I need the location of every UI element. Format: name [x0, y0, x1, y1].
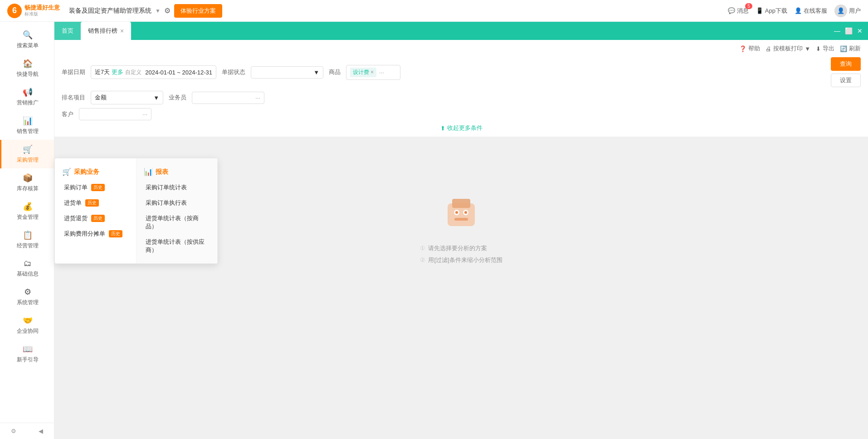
- rank-select[interactable]: 金额 ▼: [91, 91, 163, 104]
- inventory-icon: 📦: [23, 173, 33, 183]
- print-btn[interactable]: 🖨 按模板打印 ▼: [766, 44, 810, 53]
- refresh-btn[interactable]: 🔄 刷新: [840, 44, 861, 53]
- logo-icon: 6: [7, 4, 22, 18]
- dropdown-item-label-2: 进货退货: [64, 214, 88, 222]
- dropdown-item-report-0[interactable]: 采购订单统计表: [137, 180, 218, 195]
- sidebar-item-inventory[interactable]: 📦 库存核算: [0, 168, 54, 197]
- filter-bar: ❓ 帮助 🖨 按模板打印 ▼ ⬇ 导出 🔄 刷新: [54, 40, 868, 137]
- export-label: 导出: [823, 44, 834, 53]
- dropdown-item-label-0: 采购订单: [64, 183, 88, 192]
- goods-tag: 设计费 ×: [350, 68, 376, 77]
- home-icon: 🏠: [23, 59, 33, 69]
- date-range-value: 2024-01-01 ~ 2024-12-31: [145, 69, 212, 76]
- dropdown-item-incoming[interactable]: 进货单 历史: [55, 195, 136, 211]
- set-btn[interactable]: 设置: [831, 74, 861, 87]
- salesman-input[interactable]: ···: [192, 92, 264, 104]
- query-btn[interactable]: 查询: [831, 57, 861, 71]
- top-header: 6 畅捷通好生意 标准版 装备及固定资产辅助管理系统 ▼ ⚙ 体验行业方案 💬 …: [0, 0, 868, 22]
- sidebar-item-system[interactable]: ⚙ 系统管理: [0, 282, 54, 311]
- sidebar-item-purchase[interactable]: 🛒 采购管理: [0, 140, 54, 168]
- sidebar-item-sales[interactable]: 📊 销售管理: [0, 111, 54, 140]
- basic-icon: 🗂: [24, 259, 32, 268]
- date-more[interactable]: 更多: [112, 68, 123, 76]
- finance-icon: 💰: [23, 202, 33, 212]
- sidebar-bottom: ⚙ ◀: [0, 423, 54, 439]
- dropdown-report-label-1: 采购订单执行表: [146, 199, 187, 207]
- sidebar-item-operations[interactable]: 📋 经营管理: [0, 226, 54, 254]
- logo-area: 6 畅捷通好生意 标准版: [7, 4, 62, 18]
- goods-label: 商品: [329, 68, 341, 76]
- tab-home[interactable]: 首页: [54, 22, 81, 40]
- dropdown-item-expense[interactable]: 采购费用分摊单 历史: [55, 226, 136, 242]
- dropdown-col-right-header: 📊 报表: [137, 164, 218, 180]
- message-btn[interactable]: 💬 消息 5: [728, 7, 749, 15]
- tab-sales-rank[interactable]: 销售排行榜 ×: [81, 22, 131, 40]
- system-icon: ⚙: [24, 287, 31, 297]
- customer-more-icon[interactable]: ···: [142, 111, 147, 118]
- sidebar-item-basic[interactable]: 🗂 基础信息: [0, 254, 54, 282]
- dropdown-col-right: 📊 报表 采购订单统计表 采购订单执行表 进货单统计表（按商品）: [136, 158, 218, 263]
- marketing-icon: 📢: [23, 87, 33, 97]
- filter-row-3: 客户 ···: [62, 108, 861, 120]
- operations-icon: 📋: [23, 230, 33, 240]
- sidebar-item-collab[interactable]: 🤝 企业协同: [0, 311, 54, 340]
- doc-status-label: 单据状态: [222, 68, 245, 76]
- collapse-btn[interactable]: ⬆ 收起更多条件: [440, 124, 483, 132]
- sidebar-collapse-icon[interactable]: ◀: [39, 428, 43, 434]
- export-btn[interactable]: ⬇ 导出: [816, 44, 834, 53]
- salesman-more-icon[interactable]: ···: [255, 94, 260, 101]
- export-icon: ⬇: [816, 45, 821, 52]
- doc-status-select[interactable]: ▼: [251, 66, 323, 79]
- search-icon: 🔍: [23, 30, 33, 40]
- tab-sales-rank-label: 销售排行榜: [88, 27, 117, 35]
- customer-input[interactable]: ···: [79, 108, 151, 120]
- rank-label: 排名项目: [62, 94, 85, 102]
- customer-label: 客户: [62, 110, 73, 118]
- tab-close-all-icon[interactable]: ✕: [857, 27, 863, 35]
- refresh-label: 刷新: [849, 44, 861, 53]
- dropdown-item-report-2[interactable]: 进货单统计表（按商品）: [137, 211, 218, 234]
- rank-arrow: ▼: [153, 94, 159, 101]
- service-btn[interactable]: 👤 在线客服: [795, 7, 827, 15]
- layout: 🔍 搜索菜单 🏠 快捷导航 📢 营销推广 📊 销售管理 🛒 采购管理: [0, 22, 868, 439]
- tab-maximize-icon[interactable]: ⬜: [845, 27, 853, 35]
- service-label: 在线客服: [804, 7, 827, 15]
- svg-point-4: [455, 211, 458, 214]
- sidebar-item-guide[interactable]: 📖 新手引导: [0, 340, 54, 368]
- dropdown-menu: 🛒 采购业务 采购订单 历史 进货单 历史 进货退货: [54, 158, 218, 264]
- settings-icon[interactable]: ⚙: [164, 6, 171, 15]
- rank-value: 金额: [95, 94, 151, 102]
- date-input[interactable]: 近7天 更多 自定义 2024-01-01 ~ 2024-12-31: [91, 65, 216, 79]
- date-custom[interactable]: 自定义: [125, 69, 141, 76]
- goods-input[interactable]: 设计费 × ···: [346, 65, 400, 80]
- sidebar-item-marketing[interactable]: 📢 营销推广: [0, 83, 54, 111]
- dropdown-item-report-1[interactable]: 采购订单执行表: [137, 195, 218, 211]
- history-badge-0: 历史: [91, 184, 105, 191]
- sidebar-item-finance[interactable]: 💰 资金管理: [0, 197, 54, 226]
- dropdown-item-purchase-order[interactable]: 采购订单 历史: [55, 180, 136, 195]
- date-value: 近7天: [95, 68, 110, 76]
- sidebar-item-search[interactable]: 🔍 搜索菜单: [0, 25, 54, 54]
- sidebar-label-nav: 快捷导航: [17, 70, 39, 78]
- empty-hints: ① 请先选择要分析的方案 ② 用[过滤]条件来缩小分析范围: [420, 242, 502, 266]
- user-btn[interactable]: 👤 用户: [834, 5, 861, 17]
- tab-close-icon[interactable]: ×: [120, 27, 124, 35]
- query-actions: 查询 设置: [831, 57, 861, 87]
- dropdown-item-return[interactable]: 进货退货 历史: [55, 211, 136, 226]
- sidebar-item-nav[interactable]: 🏠 快捷导航: [0, 54, 54, 83]
- sidebar-settings-icon[interactable]: ⚙: [11, 428, 16, 434]
- goods-tag-remove[interactable]: ×: [371, 69, 374, 75]
- message-badge: 5: [745, 3, 752, 9]
- dropdown-arrow-icon[interactable]: ▼: [155, 8, 161, 14]
- message-icon: 💬: [728, 7, 735, 14]
- collapse-label: 收起更多条件: [447, 124, 483, 132]
- dropdown-item-label-1: 进货单: [64, 199, 82, 207]
- collapse-row: ⬆ 收起更多条件: [62, 124, 861, 132]
- help-btn[interactable]: ❓ 帮助: [739, 44, 760, 53]
- tab-minimize-icon[interactable]: —: [834, 27, 840, 35]
- logo-text: 畅捷通好生意 标准版: [24, 4, 60, 18]
- app-download-btn[interactable]: 📱 App下载: [756, 7, 787, 15]
- industry-btn[interactable]: 体验行业方案: [174, 4, 222, 18]
- dropdown-item-report-3[interactable]: 进货单统计表（按供应商）: [137, 234, 218, 258]
- goods-more-icon[interactable]: ···: [379, 69, 384, 76]
